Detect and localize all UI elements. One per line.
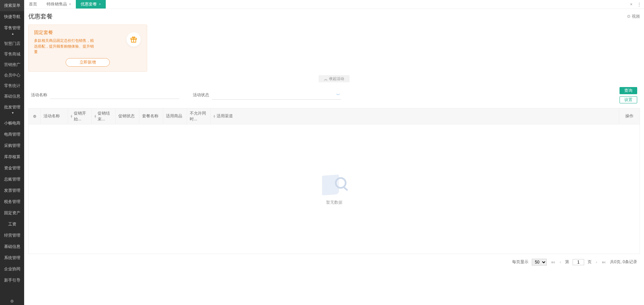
sidebar-item[interactable]: 资金管理 — [0, 163, 24, 174]
collapse-promo-toggle[interactable]: ︽ 收起活动 — [319, 75, 350, 82]
page-first-icon[interactable]: ⏮ — [550, 260, 556, 265]
sort-icon: ▴▾ — [71, 115, 72, 118]
sidebar-quicknav[interactable]: 快捷导航 — [0, 11, 24, 22]
results-table: ⊚ 活动名称 ▴▾促销开始... ▴▾促销结束... 促销状态 套餐名称 适用商… — [28, 108, 640, 254]
page-prev-icon[interactable]: ‹ — [559, 260, 562, 265]
tab-home[interactable]: 首页 — [24, 0, 42, 9]
page-number-input[interactable] — [573, 259, 584, 265]
empty-state: 暂无数据 — [29, 124, 640, 254]
sidebar-item[interactable]: 基础信息 — [0, 241, 24, 252]
sidebar-item[interactable]: 小畅电商 — [0, 118, 24, 129]
sidebar-item[interactable]: 库存核算 — [0, 151, 24, 163]
tab-label: 特殊销售品 — [47, 1, 67, 7]
col-promo-end[interactable]: ▴▾促销结束... — [92, 108, 116, 124]
sidebar-item-marketing[interactable]: 营销推广 — [0, 60, 24, 70]
col-applicable-channel[interactable]: ▴▾适用渠道 — [211, 108, 619, 124]
sort-icon: ▴▾ — [95, 115, 96, 118]
filter-bar: 活动名称 活动状态 ﹀ 查询 设置 — [24, 82, 644, 106]
tab-label: 首页 — [29, 1, 37, 7]
pagination: 每页显示 50 ⏮ ‹ 第 页 › ⏭ 共0页, 0条记录 — [24, 254, 644, 270]
close-icon[interactable]: × — [99, 2, 101, 6]
tab-special-sales[interactable]: 特殊销售品× — [42, 0, 76, 9]
video-help-label: 视频 — [632, 14, 640, 19]
create-now-button[interactable]: 立即新增 — [66, 58, 110, 67]
close-icon[interactable]: × — [69, 2, 71, 6]
page-suffix: 页 — [588, 259, 592, 265]
tabbar: 首页 特殊销售品× 优惠套餐× × ⋮ — [24, 0, 644, 9]
sidebar-item-retailmall[interactable]: 零售商城 — [0, 49, 24, 60]
empty-text: 暂无数据 — [326, 200, 342, 205]
page-last-icon[interactable]: ⏭ — [601, 260, 607, 265]
gear-icon[interactable]: ⚙ — [0, 299, 24, 304]
sidebar-item-baseinfo[interactable]: 基础信息 — [0, 91, 24, 102]
sidebar-item[interactable]: 电商管理 — [0, 129, 24, 140]
sidebar-item-guide[interactable]: 新手引导 — [0, 275, 24, 286]
settings-button[interactable]: 设置 — [620, 96, 637, 103]
chevron-down-icon: ▾ — [12, 111, 14, 115]
tabs-more-icon[interactable]: ⋮ — [636, 2, 643, 7]
col-promo-status[interactable]: 促销状态 — [116, 108, 139, 124]
col-applicable-goods[interactable]: 适用商品 — [163, 108, 187, 124]
chevron-up-icon: ︽ — [324, 77, 328, 82]
col-actions: 操作 — [619, 108, 640, 124]
page-summary: 共0页, 0条记录 — [610, 259, 637, 265]
sidebar-item[interactable]: 总账管理 — [0, 174, 24, 185]
sidebar-item[interactable]: 工资 — [0, 219, 24, 230]
sidebar-group-label: 批发管理 — [4, 105, 20, 109]
col-disallow-concurrent[interactable]: 不允许同时... — [187, 108, 211, 124]
column-settings-icon[interactable]: ⊚ — [29, 108, 41, 124]
page-title: 优惠套餐 — [28, 12, 53, 20]
sidebar-item-smartstore[interactable]: 智慧门店 — [0, 38, 24, 49]
empty-illustration-icon — [321, 172, 348, 196]
sidebar-item-member[interactable]: 会员中心 — [0, 70, 24, 81]
sidebar-item[interactable]: 系统管理 — [0, 252, 24, 264]
col-promo-start[interactable]: ▴▾促销开始... — [68, 108, 92, 124]
per-page-label: 每页显示 — [512, 259, 528, 265]
gift-icon — [126, 32, 141, 47]
sidebar-item[interactable]: 固定资产 — [0, 207, 24, 219]
promo-card-fixed-package: 固定套餐 多款相关商品固定总价打包销售，精选搭配，提升顾客购物体验、提升销量 立… — [28, 24, 147, 72]
collapse-label: 收起活动 — [329, 76, 344, 81]
col-package-name[interactable]: 套餐名称 — [139, 108, 163, 124]
chevron-up-icon: ▴ — [12, 32, 14, 35]
tab-label: 优惠套餐 — [81, 1, 97, 7]
sidebar: 搜索菜单 快捷导航 零售管理 ▴ 智慧门店 零售商城 营销推广 会员中心 零售统… — [0, 0, 24, 305]
sidebar-item[interactable]: 企业协同 — [0, 264, 24, 275]
chevron-down-icon: ﹀ — [336, 92, 340, 98]
promo-card-title: 固定套餐 — [34, 30, 141, 36]
sidebar-group-wholesale[interactable]: 批发管理 ▾ — [0, 102, 24, 118]
per-page-select[interactable]: 50 — [532, 259, 547, 266]
sidebar-item[interactable]: 发票管理 — [0, 185, 24, 196]
table-header: ⊚ 活动名称 ▴▾促销开始... ▴▾促销结束... 促销状态 套餐名称 适用商… — [29, 108, 640, 124]
filter-status-label: 活动状态 — [193, 92, 209, 98]
sort-icon: ▴▾ — [214, 115, 215, 118]
filter-status-select[interactable]: ﹀ — [212, 91, 341, 100]
sidebar-group-label: 零售管理 — [4, 26, 20, 30]
sidebar-item[interactable]: 税务管理 — [0, 196, 24, 207]
page-prefix: 第 — [565, 259, 569, 265]
query-button[interactable]: 查询 — [620, 87, 637, 94]
sidebar-item[interactable]: 采购管理 — [0, 140, 24, 151]
promo-card-desc: 多款相关商品固定总价打包销售，精选搭配，提升顾客购物体验、提升销量 — [34, 38, 95, 55]
filter-name-label: 活动名称 — [31, 92, 47, 98]
video-help-link[interactable]: ⊙ 视频 — [627, 14, 640, 19]
tabs-close-all-icon[interactable]: × — [629, 2, 634, 7]
tab-discount-package[interactable]: 优惠套餐× — [76, 0, 106, 9]
sidebar-item[interactable]: 经营管理 — [0, 230, 24, 241]
filter-name-input[interactable] — [50, 91, 179, 99]
play-icon: ⊙ — [627, 14, 630, 19]
page-next-icon[interactable]: › — [595, 260, 598, 265]
col-activity-name[interactable]: 活动名称 — [41, 108, 68, 124]
sidebar-search[interactable]: 搜索菜单 — [0, 0, 24, 11]
sidebar-group-retail[interactable]: 零售管理 ▴ — [0, 22, 24, 38]
sidebar-item-retailstats[interactable]: 零售统计 — [0, 81, 24, 91]
